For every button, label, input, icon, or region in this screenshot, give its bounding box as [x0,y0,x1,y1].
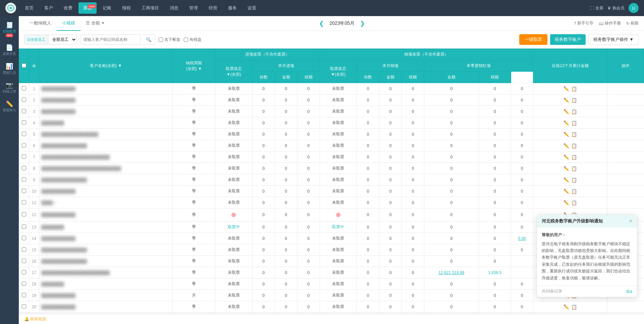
edit-icon[interactable]: ✏️ [564,143,569,148]
tax-digital-account-button[interactable]: 税务数字账户 [550,34,586,45]
client-name: ████████ [41,225,64,230]
copy-icon[interactable]: 📋 [571,143,577,148]
search-button[interactable]: 🔍 [143,35,155,45]
row-checkbox[interactable] [22,98,26,102]
copy-icon[interactable]: 📋 [571,166,577,171]
last12-link[interactable]: 5.00 [518,236,526,241]
period-cell: 季 [173,151,215,163]
sidebar-item-invoice-issue[interactable]: 📄 发票开具 [0,41,19,59]
sidebar-item-invoice-entry[interactable]: ✏️ 票据录入 [0,98,19,115]
edit-icon[interactable]: ✏️ [564,98,569,103]
th-settings[interactable]: ⚙ [29,49,39,83]
client-name-cell: ████████████████ [39,174,173,186]
checkbox-taxdisk[interactable]: 有税盘 [184,37,202,43]
nav-invoice[interactable]: 票据 new [78,2,97,14]
tax-digital-ops-button[interactable]: 税务数字账户操作 ▼ [588,34,639,45]
all-icon: ☰ [86,20,90,25]
user-avatar[interactable]: U [629,3,639,13]
date-next-button[interactable]: ❯ [360,20,365,27]
row-checkbox-cell [19,129,29,140]
row-checkbox[interactable] [22,293,26,297]
edit-icon[interactable]: ✏️ [564,166,569,171]
edit-icon[interactable]: ✏️ [564,304,569,310]
sidebar-item-scan-upload[interactable]: 📷 扫描上传 [0,79,19,96]
copy-icon[interactable]: 📋 [571,189,577,194]
copy-icon[interactable]: 📋 [571,304,577,310]
refresh-button[interactable]: ↻ 刷新 [626,20,639,26]
fullscreen-button[interactable]: ⛶ 全屏 [590,5,603,11]
checkbox-account-input[interactable] [159,38,163,42]
row-checkbox[interactable] [22,270,26,274]
row-checkbox[interactable] [22,304,26,309]
copy-icon[interactable]: 📋 [571,109,577,114]
tab-small-scale[interactable]: 小规模 [57,16,80,31]
out-count-cell: 0 [357,256,379,267]
checkbox-taxdisk-input[interactable] [184,38,188,42]
sidebar-item-invoice-summary[interactable]: 📊 票据汇总 [0,60,19,77]
nav-client[interactable]: 客户 [40,2,58,14]
staff-select[interactable]: ☰ 全部员工 全部员工 [24,35,77,45]
nav-admin[interactable]: 管理 [184,2,203,14]
edit-icon[interactable]: ✏️ [564,200,569,205]
row-checkbox[interactable] [22,259,26,263]
tab-general-taxpayer[interactable]: 一般纳税人 [24,16,57,31]
edit-icon[interactable]: ✏️ [564,154,569,160]
row-checkbox[interactable] [22,224,26,229]
row-checkbox[interactable] [22,143,26,147]
row-checkbox[interactable] [22,236,26,240]
sidebar-item-smart-fetch[interactable]: 🧾 智能取票 new [0,19,19,40]
row-checkbox[interactable] [22,189,26,193]
row-checkbox[interactable] [22,86,26,90]
row-checkbox[interactable] [22,120,26,125]
row-checkbox[interactable] [22,212,26,216]
edit-icon[interactable]: ✏️ [564,86,569,91]
membership-button[interactable]: ♛ 购会员 [607,5,625,11]
copy-icon[interactable]: 📋 [571,154,577,160]
row-checkbox[interactable] [22,132,26,136]
nav-home[interactable]: 首页 [20,2,38,14]
row-checkbox[interactable] [22,166,26,170]
row-checkbox[interactable] [22,200,26,204]
tea-label[interactable]: tEa [626,289,632,294]
one-click-fetch-button[interactable]: 一键取票 [519,34,547,45]
tab-all[interactable]: ☰ 全能 ▼ [80,16,110,31]
copy-icon[interactable]: 📋 [571,200,577,205]
nav-service[interactable]: 服务 [223,2,241,14]
search-input[interactable] [80,35,141,45]
nav-business[interactable]: 工商项目 [137,2,164,14]
tax-policy-label[interactable]: 🔔 税务政策 [24,316,46,322]
out-count-cell: 0 [357,208,379,221]
edit-icon[interactable]: ✏️ [564,132,569,137]
nav-message[interactable]: 消息 [165,2,183,14]
edit-icon[interactable]: ✏️ [564,189,569,194]
edit-icon[interactable]: ✏️ [564,109,569,114]
staff-dropdown[interactable]: 全部员工 [48,35,76,45]
row-checkbox[interactable] [22,247,26,252]
in-count-cell: 0 [252,117,275,129]
edit-icon[interactable]: ✏️ [564,120,569,126]
nav-bookkeeping[interactable]: 记账 [98,2,116,14]
copy-icon[interactable]: 📋 [571,120,577,126]
edit-icon[interactable]: ✏️ [564,177,569,183]
row-checkbox[interactable] [22,109,26,113]
copy-icon[interactable]: 📋 [571,132,577,137]
row-checkbox[interactable] [22,281,26,286]
nav-settings[interactable]: 设置 [243,2,261,14]
nav-fee[interactable]: 收费 [59,2,77,14]
manual-button[interactable]: 📖 操作手册 [599,20,621,26]
row-checkbox[interactable] [22,154,26,159]
nav-operation[interactable]: 经营 [204,2,222,14]
nav-tax[interactable]: 报税 [117,2,136,14]
copy-icon[interactable]: 📋 [571,86,577,91]
guide-button[interactable]: ? 新手引导 [574,20,593,26]
out-amount-cell: 0 [379,151,402,163]
table-row: 1 ████████████ 季 未取票 0 0 0 未取票 0 0 0 0 0… [19,83,644,94]
checkbox-account[interactable]: 名下帐套 [159,37,180,43]
date-prev-button[interactable]: ❮ [319,20,324,27]
popup-close-button[interactable]: × [629,218,632,224]
refund-amount-link[interactable]: 12,621,319.99 [439,270,465,275]
row-checkbox[interactable] [22,177,26,182]
copy-icon[interactable]: 📋 [571,98,577,103]
select-all-checkbox[interactable] [22,63,26,68]
copy-icon[interactable]: 📋 [571,177,577,183]
